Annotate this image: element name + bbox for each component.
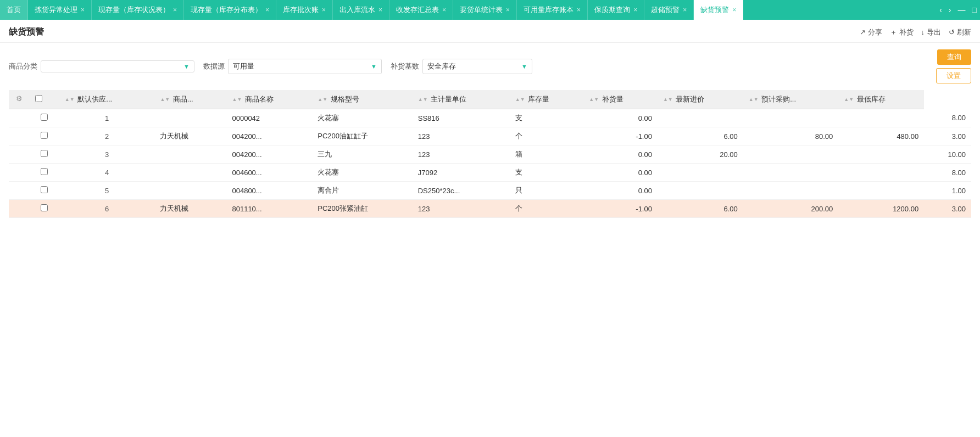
row-spec-1: 123 bbox=[413, 127, 510, 145]
tab-available-ledger[interactable]: 可用量库存账本 × bbox=[517, 0, 588, 20]
tab-home[interactable]: 首页 bbox=[0, 0, 28, 20]
select-all-checkbox[interactable] bbox=[35, 95, 42, 102]
row-unit-1: 个 bbox=[510, 127, 584, 145]
restock-base-label: 补货基数 bbox=[391, 61, 419, 71]
tab-close-available-ledger[interactable]: × bbox=[577, 6, 581, 14]
row-latest-price-1: 80.00 bbox=[743, 127, 839, 145]
tab-minimize-icon[interactable]: — bbox=[955, 5, 969, 14]
refresh-icon: ↺ bbox=[949, 28, 955, 36]
restock-action[interactable]: ＋ 补货 bbox=[890, 27, 914, 37]
row-min-stock-3: 8.00 bbox=[924, 164, 971, 182]
tab-exception[interactable]: 拣货异常处理 × bbox=[28, 0, 92, 20]
row-checkbox-input-0[interactable] bbox=[41, 114, 48, 121]
row-checkbox-input-1[interactable] bbox=[41, 132, 48, 139]
row-checkbox-input-2[interactable] bbox=[41, 150, 48, 157]
row-no-1: 2 bbox=[59, 127, 155, 145]
th-restock-qty[interactable]: ▲▼ 补货量 bbox=[583, 90, 658, 109]
restock-base-filter-group: 补货基数 安全库存 ▼ bbox=[391, 59, 532, 74]
filter-bar: 商品分类 ▼ 数据源 可用量 ▼ 补货基数 安全库存 ▼ 查询 设置 bbox=[0, 43, 980, 90]
tab-close-inventory-dist[interactable]: × bbox=[265, 6, 269, 14]
table-row: 5 004800... 离合片 DS250*23c... 只 0.00 1.00 bbox=[9, 182, 971, 200]
table-row: 3 004200... 三九 123 箱 0.00 20.00 10.00 bbox=[9, 145, 971, 164]
row-gear-0 bbox=[9, 109, 30, 127]
page-header: 缺货预警 ↗ 分享 ＋ 补货 ↓ 导出 ↺ 刷新 bbox=[0, 20, 980, 43]
refresh-label: 刷新 bbox=[957, 27, 971, 37]
tab-close-batch-account[interactable]: × bbox=[322, 6, 326, 14]
th-min-stock[interactable]: ▲▼ 最低库存 bbox=[838, 90, 924, 109]
restock-qty-sort-icon: ▲▼ bbox=[589, 97, 599, 102]
table-header-row: ⚙ ▲▼ 默认供应... ▲▼ 商品... ▲▼ 商品 bbox=[9, 90, 971, 109]
tab-close-shortage[interactable]: × bbox=[732, 6, 736, 14]
row-spec-0: SS816 bbox=[413, 109, 510, 127]
tab-collect-summary[interactable]: 收发存汇总表 × bbox=[389, 0, 453, 20]
row-stock-1: -1.00 bbox=[583, 127, 658, 145]
datasource-select[interactable]: 可用量 ▼ bbox=[228, 59, 382, 74]
row-restock-qty-1: 6.00 bbox=[658, 127, 743, 145]
th-spec[interactable]: ▲▼ 规格型号 bbox=[312, 90, 412, 109]
table-row: 1 0000042 火花塞 SS816 支 0.00 8.00 bbox=[9, 109, 971, 127]
tab-maximize-icon[interactable]: □ bbox=[969, 5, 980, 14]
tab-nav: ‹ › — □ bbox=[936, 5, 980, 14]
th-supplier[interactable]: ▲▼ 默认供应... bbox=[59, 90, 155, 109]
row-latest-price-2 bbox=[743, 145, 839, 164]
tab-expiry-query[interactable]: 保质期查询 × bbox=[588, 0, 644, 20]
th-checkbox bbox=[30, 90, 59, 109]
settings-button[interactable]: 设置 bbox=[936, 68, 971, 83]
tab-inout-flow[interactable]: 出入库流水 × bbox=[333, 0, 389, 20]
th-latest-price[interactable]: ▲▼ 最新进价 bbox=[658, 90, 743, 109]
tab-next-icon[interactable]: › bbox=[945, 5, 955, 14]
row-latest-price-4 bbox=[743, 182, 839, 200]
header-actions: ↗ 分享 ＋ 补货 ↓ 导出 ↺ 刷新 bbox=[860, 27, 972, 37]
tab-inventory-dist[interactable]: 现存量（库存分布表） × bbox=[184, 0, 276, 20]
tab-demand-stat[interactable]: 要货单统计表 × bbox=[453, 0, 517, 20]
share-action[interactable]: ↗ 分享 bbox=[860, 27, 882, 37]
row-product-code-4: 004800... bbox=[226, 182, 312, 200]
tab-close-collect-summary[interactable]: × bbox=[442, 6, 446, 14]
th-product-code[interactable]: ▲▼ 商品... bbox=[154, 90, 226, 109]
export-label: 导出 bbox=[927, 27, 941, 37]
th-gear: ⚙ bbox=[9, 90, 30, 109]
row-spec-5: 123 bbox=[413, 200, 510, 218]
latest-price-sort-icon: ▲▼ bbox=[663, 97, 673, 102]
tab-close-overstock[interactable]: × bbox=[683, 6, 687, 14]
tab-prev-icon[interactable]: ‹ bbox=[936, 5, 945, 14]
restock-base-select-value: 安全库存 bbox=[427, 61, 456, 71]
tab-close-exception[interactable]: × bbox=[81, 6, 85, 14]
tab-inventory-status[interactable]: 现存量（库存状况表） × bbox=[92, 0, 184, 20]
row-latest-price-3 bbox=[743, 164, 839, 182]
row-stock-0: 0.00 bbox=[583, 109, 658, 127]
tab-close-expiry-query[interactable]: × bbox=[633, 6, 637, 14]
th-stock[interactable]: ▲▼ 库存量 bbox=[510, 90, 584, 109]
row-stock-3: 0.00 bbox=[583, 164, 658, 182]
row-stock-4: 0.00 bbox=[583, 182, 658, 200]
row-gear-5 bbox=[9, 200, 30, 218]
row-checkbox-input-3[interactable] bbox=[41, 168, 48, 175]
tab-shortage[interactable]: 缺货预警 × bbox=[694, 0, 743, 20]
th-unit[interactable]: ▲▼ 主计量单位 bbox=[413, 90, 510, 109]
row-unit-4: 只 bbox=[510, 182, 584, 200]
row-supplier-3 bbox=[154, 164, 226, 182]
export-icon: ↓ bbox=[921, 28, 925, 36]
row-checkbox-3 bbox=[30, 164, 59, 182]
row-product-code-2: 004200... bbox=[226, 145, 312, 164]
table-body: 1 0000042 火花塞 SS816 支 0.00 8.00 2 力天机械 0… bbox=[9, 109, 971, 218]
row-min-stock-2: 10.00 bbox=[924, 145, 971, 164]
table-row: 2 力天机械 004200... PC200油缸缸子 123 个 -1.00 6… bbox=[9, 127, 971, 145]
refresh-action[interactable]: ↺ 刷新 bbox=[949, 27, 971, 37]
query-button[interactable]: 查询 bbox=[937, 49, 971, 65]
tab-close-inout-flow[interactable]: × bbox=[378, 6, 382, 14]
th-est-purchase[interactable]: ▲▼ 预计采购... bbox=[743, 90, 839, 109]
tab-overstock[interactable]: 超储预警 × bbox=[644, 0, 694, 20]
row-checkbox-input-5[interactable] bbox=[41, 204, 48, 211]
row-min-stock-0: 8.00 bbox=[924, 109, 971, 127]
tab-batch-account[interactable]: 库存批次账 × bbox=[276, 0, 333, 20]
category-select[interactable]: ▼ bbox=[41, 60, 194, 72]
tab-close-demand-stat[interactable]: × bbox=[506, 6, 510, 14]
gear-icon[interactable]: ⚙ bbox=[14, 94, 24, 104]
th-product-name[interactable]: ▲▼ 商品名称 bbox=[226, 90, 312, 109]
restock-base-select[interactable]: 安全库存 ▼ bbox=[422, 59, 532, 74]
export-action[interactable]: ↓ 导出 bbox=[921, 27, 942, 37]
tab-close-inventory-status[interactable]: × bbox=[173, 6, 177, 14]
row-checkbox-input-4[interactable] bbox=[41, 186, 48, 193]
row-stock-2: 0.00 bbox=[583, 145, 658, 164]
